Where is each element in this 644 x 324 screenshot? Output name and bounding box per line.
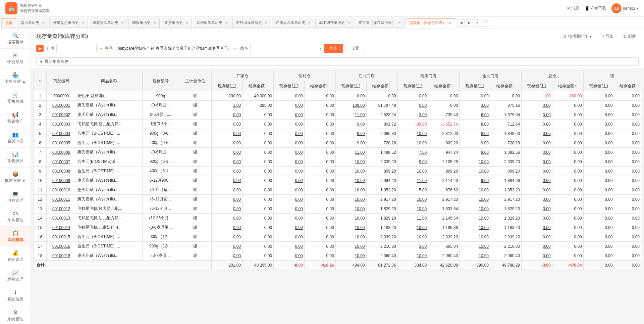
cell-total-qty[interactable]: -1.00 <box>522 91 552 101</box>
table-container[interactable]: ⚙ 商品编码 商品名称 规格型号 主计量单位 厂家仓 陆村仓 江北门店 南岸门店… <box>31 68 644 324</box>
cell-factory-qty[interactable]: 0.00 <box>212 129 243 138</box>
cell-factory-qty[interactable]: 1.00 <box>212 101 243 110</box>
cell-total-qty[interactable]: 0.00 <box>522 101 552 110</box>
cell-lucun-qty[interactable]: 0.00 <box>274 185 305 195</box>
cell-code[interactable]: 00100002 <box>47 110 76 120</box>
sidebar-item-system[interactable]: ⚙ 系统管理 <box>0 306 31 324</box>
tab-close-cailiao[interactable]: ✕ <box>265 21 267 25</box>
cell-yubei-qty[interactable]: 10.00 <box>460 185 490 195</box>
cell-total-qty[interactable]: 0.00 <box>522 195 552 204</box>
settings-btn[interactable]: 设置 <box>345 44 365 53</box>
sidebar-item-retail-stat[interactable]: 📊 零售统计 <box>0 148 31 168</box>
message-btn[interactable]: ✉ 消息 <box>567 5 579 11</box>
cell-jiangbei-qty[interactable]: 10.00 <box>335 204 366 214</box>
cell-nanan-qty[interactable]: 11.00 <box>397 176 428 185</box>
cell-code[interactable]: 00100001 <box>47 101 76 110</box>
goods-picker-btn[interactable]: ··· <box>234 46 237 51</box>
cell-total-qty[interactable]: 0.00 <box>522 110 552 120</box>
tab-expand-btn[interactable]: ⛶ <box>482 19 489 27</box>
cell-code[interactable]: 00100010 <box>47 185 76 195</box>
sidebar-item-nav[interactable]: ⊞ 快捷导航 <box>0 49 31 68</box>
tab-chenben[interactable]: 成本调整单历史 ✕ <box>315 18 354 28</box>
cell-nanan-qty[interactable]: 0.00 <box>397 101 428 110</box>
app-download-btn[interactable]: 📱 App下载 <box>585 5 606 11</box>
cell-total-qty[interactable]: 0.00 <box>522 204 552 214</box>
cell-lucun-qty[interactable]: 0.00 <box>274 195 305 204</box>
goods-input[interactable] <box>115 44 232 53</box>
cell-yubei-qty[interactable]: 10.00 <box>460 204 490 214</box>
cell-jiangbei-qty[interactable]: 10.00 <box>335 242 366 251</box>
cell-code[interactable]: 00100016 <box>47 242 76 251</box>
cell-yubei-qty[interactable]: 9.00 <box>460 138 490 148</box>
tab-fenpandian[interactable]: 分量盘点单历史 ✕ <box>49 18 88 28</box>
tab-qitachuku[interactable]: 其他出库单历史 ✕ <box>193 18 231 28</box>
cell-nanan-qty[interactable]: -39.00 <box>397 120 428 129</box>
cell-nanan-qty[interactable]: 10.00 <box>397 223 428 232</box>
tab-close-fenpandian[interactable]: ✕ <box>82 21 84 25</box>
cell-jiangbei-qty[interactable]: 10.00 <box>335 185 366 195</box>
cell-code[interactable]: 00100011 <box>47 195 76 204</box>
cell-nanan-qty[interactable]: 7.00 <box>397 148 428 157</box>
cell-factory-qty[interactable]: 0.00 <box>212 195 243 204</box>
sidebar-item-marketing[interactable]: 📢 营销推广 <box>0 108 31 128</box>
cell-lucun-qty[interactable]: 0.00 <box>274 232 305 242</box>
sidebar-item-retail-mgmt[interactable]: 🏪 零售管理 ▲ <box>0 68 31 88</box>
export-btn[interactable]: ↗ 导出 <box>598 32 616 41</box>
cell-nanan-qty[interactable]: 0.00 <box>397 91 428 101</box>
tab-close-chenben[interactable]: ✕ <box>347 21 350 25</box>
cell-code[interactable]: 00100003 <box>47 120 76 129</box>
tab-close-zuhe[interactable]: ✕ <box>121 21 124 25</box>
cell-total-qty[interactable]: 0.00 <box>522 176 552 185</box>
warehouse-input[interactable] <box>56 44 97 53</box>
cell-yubei-qty[interactable]: 9.00 <box>460 176 490 185</box>
cell-factory-qty[interactable]: 0.00 <box>212 120 243 129</box>
cell-yubei-qty[interactable]: 10.00 <box>460 232 490 242</box>
cell-factory-qty[interactable]: 0.00 <box>212 204 243 214</box>
cell-nanan-qty[interactable]: 3.00 <box>397 242 428 251</box>
sidebar-item-operation[interactable]: 📈 经营管理 <box>0 266 31 286</box>
tab-cailiao[interactable]: 材料出库单历史 ✕ <box>232 18 271 28</box>
cell-code[interactable]: 00100004 <box>47 129 76 138</box>
cell-nanan-qty[interactable]: 10.00 <box>397 251 428 261</box>
tab-zuhe[interactable]: 组装拆卸单历史 ✕ <box>89 18 127 28</box>
color-dropdown-icon[interactable]: ▾ <box>319 46 321 51</box>
cell-factory-qty[interactable]: 0.00 <box>212 176 243 185</box>
tab-diaobo[interactable]: 调拨单历史 ✕ <box>128 18 160 28</box>
cell-total-qty[interactable]: 0.00 <box>522 138 552 148</box>
cell-nanan-qty[interactable]: 10.00 <box>397 167 428 176</box>
cell-nanan-qty[interactable]: 10.00 <box>397 232 428 242</box>
cell-nanan-qty[interactable]: 10.00 <box>397 129 428 138</box>
cell-factory-qty[interactable]: 0.00 <box>212 167 243 176</box>
cell-factory-qty[interactable]: 0.00 <box>212 214 243 223</box>
cell-jiangbei-qty[interactable]: 11.00 <box>335 110 366 120</box>
tab-close-diaobo[interactable]: ✕ <box>153 21 156 25</box>
cell-lucun-qty[interactable]: 0.00 <box>274 129 305 138</box>
cell-code[interactable]: 00100009 <box>47 176 76 185</box>
cell-factory-qty[interactable]: 0.00 <box>212 157 243 167</box>
sidebar-item-basic[interactable]: ℹ 基础信息 <box>0 286 31 306</box>
tab-close-chengpin[interactable]: ✕ <box>308 21 311 25</box>
tab-kucfenbu[interactable]: 现存量（库存分布表） ✕ <box>406 18 455 28</box>
sidebar-item-finance[interactable]: 💰 资金管理 <box>0 246 31 266</box>
cell-yubei-qty[interactable]: 3.00 <box>460 101 490 110</box>
cell-factory-qty[interactable]: 0.00 <box>212 242 243 251</box>
cell-code[interactable]: 0000003 <box>47 91 76 101</box>
cell-factory-qty[interactable]: 0.00 <box>212 251 243 261</box>
tab-kuczhuang[interactable]: 现存量（库存状况表） ✕ <box>355 18 405 28</box>
tab-close-all-btn[interactable]: ✕ <box>474 19 481 27</box>
cell-nanan-qty[interactable]: 11.00 <box>397 214 428 223</box>
cell-lucun-qty[interactable]: 0.00 <box>274 120 305 129</box>
tab-close-yaohuo[interactable]: ✕ <box>185 21 188 25</box>
cell-factory-qty[interactable]: 0.00 <box>212 185 243 195</box>
sidebar-item-inventory[interactable]: 📋 库存核算 <box>0 227 31 246</box>
cell-lucun-qty[interactable]: 0.00 <box>274 91 305 101</box>
cell-yubei-qty[interactable]: 8.00 <box>460 129 490 138</box>
cell-jiangbei-qty[interactable]: 10.00 <box>335 223 366 232</box>
cell-code[interactable]: 00100006 <box>47 148 76 157</box>
cell-code[interactable]: 00100012 <box>47 204 76 214</box>
print-btn[interactable]: 🖨 按模版打印 ▾ <box>560 32 594 41</box>
cell-jiangbei-qty[interactable]: 9.00 <box>335 129 366 138</box>
cell-lucun-qty[interactable]: 0.00 <box>274 176 305 185</box>
sidebar-item-ecommerce[interactable]: 💻 电商管理 <box>0 187 31 207</box>
cell-yubei-qty[interactable]: 10.00 <box>460 214 490 223</box>
